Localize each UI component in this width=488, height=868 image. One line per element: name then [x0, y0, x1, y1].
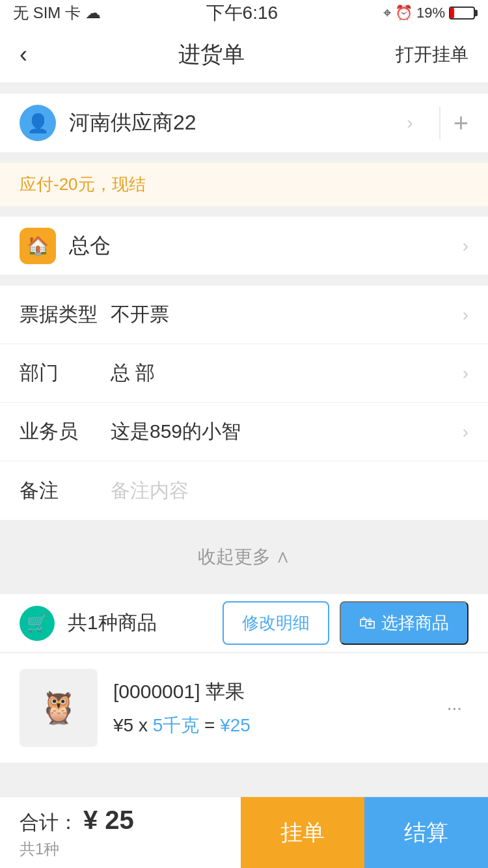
- department-arrow-icon: ›: [463, 363, 468, 384]
- battery-fill: [450, 8, 454, 18]
- remark-input[interactable]: 备注内容: [111, 478, 468, 504]
- total-amount: ¥ 25: [83, 806, 134, 835]
- product-thumbnail: 🦉: [20, 669, 98, 747]
- department-row[interactable]: 部门 总 部 ›: [0, 344, 488, 403]
- invoice-type-value: 不开票: [111, 301, 463, 328]
- location-icon: ⌖: [383, 5, 391, 21]
- warehouse-arrow-icon: ›: [463, 236, 468, 256]
- salesman-value: 这是859的小智: [111, 418, 463, 445]
- status-left: 无 SIM 卡 ☁: [13, 3, 101, 23]
- product-thumb-icon: 🦉: [39, 690, 78, 726]
- product-quantity: 5千克: [153, 715, 200, 735]
- salesman-label: 业务员: [20, 418, 111, 445]
- page-title: 进货单: [178, 40, 245, 70]
- edit-detail-button[interactable]: 修改明细: [223, 601, 329, 645]
- select-product-label: 选择商品: [381, 612, 449, 634]
- product-menu-button[interactable]: ···: [441, 691, 468, 725]
- add-supplier-button[interactable]: +: [454, 109, 468, 138]
- open-hold-button[interactable]: 打开挂单: [396, 42, 468, 67]
- product-total: ¥25: [220, 715, 251, 735]
- supplier-arrow-icon: ›: [407, 113, 413, 133]
- product-info: [0000001] 苹果 ¥5 x 5千克 = ¥25: [113, 679, 441, 738]
- collapse-button[interactable]: 收起更多 ∧: [0, 530, 488, 584]
- select-product-icon: 🛍: [359, 613, 376, 633]
- total-main: 合计： ¥ 25: [20, 806, 221, 836]
- invoice-type-arrow-icon: ›: [463, 305, 468, 325]
- department-label: 部门: [20, 360, 111, 387]
- no-sim-text: 无 SIM 卡 ☁: [13, 3, 101, 23]
- total-sub: 共1种: [20, 839, 221, 860]
- settle-button[interactable]: 结算: [364, 797, 488, 868]
- product-equal: =: [199, 715, 220, 735]
- total-section: 合计： ¥ 25 共1种: [0, 797, 241, 868]
- salesman-row[interactable]: 业务员 这是859的小智 ›: [0, 403, 488, 461]
- invoice-type-label: 票据类型: [20, 301, 111, 328]
- product-count: 共1种商品: [68, 610, 223, 636]
- invoice-type-row[interactable]: 票据类型 不开票 ›: [0, 286, 488, 344]
- total-label: 合计：: [20, 809, 78, 836]
- form-section: 票据类型 不开票 › 部门 总 部 › 业务员 这是859的小智 › 备注 备注…: [0, 286, 488, 520]
- supplier-divider: [439, 107, 441, 139]
- product-unit-price: ¥5 x: [113, 715, 153, 735]
- status-time: 下午6:16: [206, 1, 278, 25]
- status-bar: 无 SIM 卡 ☁ 下午6:16 ⌖ ⏰ 19%: [0, 0, 488, 26]
- warehouse-section[interactable]: 🏠 总仓 ›: [0, 217, 488, 275]
- alarm-icon: ⏰: [395, 5, 413, 21]
- status-right: ⌖ ⏰ 19%: [383, 5, 475, 21]
- back-button[interactable]: ‹: [20, 41, 27, 68]
- supplier-row[interactable]: 👤 河南供应商22 › +: [0, 94, 488, 152]
- product-name: [0000001] 苹果: [113, 679, 441, 705]
- spacer-1: [0, 83, 488, 94]
- battery-text: 19%: [416, 5, 445, 21]
- avatar-icon: 👤: [27, 113, 49, 134]
- product-header: 🛒 共1种商品 修改明细 🛍 选择商品: [0, 594, 488, 653]
- product-price: ¥5 x 5千克 = ¥25: [113, 713, 441, 738]
- remark-row[interactable]: 备注 备注内容: [0, 461, 488, 520]
- warehouse-name: 总仓: [69, 232, 463, 260]
- battery-icon: [449, 7, 475, 20]
- info-banner: 应付-20元，现结: [0, 163, 488, 206]
- warehouse-row[interactable]: 🏠 总仓 ›: [0, 217, 488, 275]
- hold-button[interactable]: 挂单: [241, 797, 364, 868]
- bottom-bar: 合计： ¥ 25 共1种 挂单 结算: [0, 796, 488, 868]
- salesman-arrow-icon: ›: [463, 422, 468, 442]
- nav-bar: ‹ 进货单 打开挂单: [0, 26, 488, 83]
- department-value: 总 部: [111, 360, 463, 387]
- supplier-avatar: 👤: [20, 105, 56, 141]
- select-product-button[interactable]: 🛍 选择商品: [340, 601, 468, 645]
- product-item: 🦉 [0000001] 苹果 ¥5 x 5千克 = ¥25 ···: [0, 653, 488, 763]
- warehouse-icon: 🏠: [20, 228, 56, 264]
- supplier-name: 河南供应商22: [69, 109, 407, 137]
- cart-icon: 🛒: [27, 613, 47, 633]
- product-header-icon: 🛒: [20, 606, 55, 641]
- remark-label: 备注: [20, 478, 111, 504]
- supplier-section: 👤 河南供应商22 › +: [0, 94, 488, 152]
